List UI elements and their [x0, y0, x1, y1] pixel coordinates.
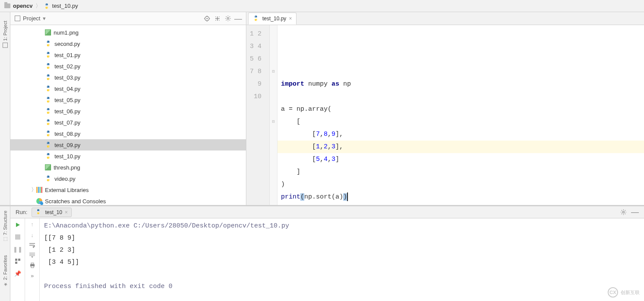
favorites-tool-tab[interactable]: ★ 2: Favorites — [2, 255, 8, 287]
run-console[interactable]: E:\Anaconda\python.exe C:/Users/28050/De… — [40, 218, 644, 301]
tree-item[interactable]: test_09.py — [10, 139, 246, 150]
line-gutter: 1 2 3 4 5 6 7 8 9 10 — [246, 25, 270, 205]
run-config-tab[interactable]: test_10 × — [32, 208, 71, 217]
tree-item[interactable]: test_10.py — [10, 150, 246, 162]
pin-icon[interactable]: 📌 — [14, 269, 22, 277]
tree-item[interactable]: test_03.py — [10, 72, 246, 83]
image-file-icon — [45, 164, 51, 170]
tree-item-label: video.py — [54, 176, 75, 182]
python-file-icon — [45, 51, 52, 58]
rerun-icon[interactable] — [14, 221, 22, 229]
print-icon[interactable] — [29, 263, 35, 268]
python-file-icon — [253, 15, 260, 22]
tree-item-label: test_07.py — [54, 119, 80, 126]
tree-item[interactable]: thresh.png — [10, 162, 246, 173]
breadcrumb-folder[interactable]: opencv — [13, 3, 33, 9]
editor-pane: test_10.py × 1 2 3 4 5 6 7 8 9 10 ⊟⊟ imp… — [246, 12, 644, 205]
svg-point-14 — [48, 90, 49, 91]
python-file-icon — [45, 141, 52, 148]
tree-item-label: test_01.py — [54, 52, 80, 58]
project-tool-tab[interactable]: 1: Project — [3, 21, 8, 48]
tree-item[interactable]: test_01.py — [10, 49, 246, 61]
run-label: Run: — [16, 209, 27, 215]
tree-item[interactable]: video.py — [10, 173, 246, 184]
tree-item-label: test_10.py — [54, 153, 80, 160]
python-file-icon — [45, 130, 52, 137]
svg-point-17 — [47, 109, 48, 109]
external-libraries[interactable]: 〉External Libraries — [10, 184, 246, 195]
fold-gutter: ⊟⊟ — [270, 25, 277, 205]
svg-point-24 — [48, 147, 49, 147]
tree-item[interactable]: test_04.py — [10, 83, 246, 94]
image-file-icon — [45, 29, 51, 35]
tree-item[interactable]: num1.png — [10, 27, 246, 38]
console-output-line: [1 2 3] — [44, 247, 75, 254]
svg-point-21 — [47, 131, 48, 131]
tree-item[interactable]: test_08.py — [10, 128, 246, 139]
left-tool-rail-bottom: ⬚ 7: Structure ★ 2: Favorites — [0, 206, 10, 301]
tree-item[interactable]: second.py — [10, 38, 246, 49]
svg-point-30 — [256, 20, 257, 20]
python-file-icon — [45, 40, 52, 47]
tree-item-label: External Libraries — [45, 187, 89, 193]
dropdown-icon[interactable]: ▾ — [43, 15, 46, 22]
python-file-icon — [45, 175, 52, 182]
project-pane-header: Project ▾ — — [10, 12, 246, 25]
close-run-tab-icon[interactable]: × — [65, 209, 68, 215]
up-icon[interactable]: ↑ — [31, 221, 34, 227]
editor-tabs: test_10.py × — [246, 12, 644, 25]
hide-icon[interactable]: — — [631, 208, 639, 217]
svg-point-8 — [48, 57, 49, 57]
python-file-icon — [45, 85, 52, 92]
chevron-right-icon: 〉 — [31, 186, 35, 194]
svg-point-0 — [46, 3, 46, 4]
project-tree[interactable]: num1.pngsecond.pytest_01.pytest_02.pytes… — [10, 25, 246, 205]
scratches-consoles[interactable]: Scratches and Consoles — [10, 195, 246, 205]
gear-icon[interactable] — [224, 15, 231, 22]
stop-icon[interactable] — [14, 233, 22, 241]
svg-point-1 — [47, 7, 47, 8]
hide-icon[interactable]: — — [235, 15, 242, 22]
svg-rect-33 — [15, 259, 17, 261]
scroll-end-icon[interactable] — [29, 253, 35, 258]
locate-icon[interactable] — [204, 15, 210, 22]
console-command: E:\Anaconda\python.exe C:/Users/28050/De… — [44, 222, 289, 230]
softwrap-icon[interactable] — [29, 243, 35, 248]
expand-icon[interactable] — [214, 15, 221, 22]
tree-item-label: second.py — [54, 41, 80, 47]
svg-rect-37 — [31, 263, 34, 264]
svg-point-7 — [47, 52, 48, 53]
editor-tab[interactable]: test_10.py × — [248, 13, 296, 25]
tree-item[interactable]: test_05.py — [10, 94, 246, 106]
project-pane: Project ▾ — num1.pngsecond.pytest_01.pyt… — [10, 12, 246, 205]
structure-tool-tab[interactable]: ⬚ 7: Structure — [2, 211, 8, 242]
tree-item-label: num1.png — [54, 29, 79, 36]
watermark: CX 创新互联 — [608, 287, 640, 298]
layout-icon[interactable] — [14, 257, 22, 265]
code-area[interactable]: import numpy as np a = np.array( [ [7,8,… — [277, 25, 644, 205]
tree-item[interactable]: test_07.py — [10, 117, 246, 128]
tree-item[interactable]: test_06.py — [10, 106, 246, 117]
python-file-icon — [45, 63, 52, 70]
more-icon[interactable]: » — [31, 272, 34, 279]
svg-point-25 — [47, 154, 48, 154]
python-file-icon — [45, 153, 52, 160]
svg-point-12 — [48, 79, 49, 80]
tree-item[interactable]: test_02.py — [10, 61, 246, 72]
pause-icon[interactable]: ❚❚ — [14, 245, 22, 253]
svg-point-5 — [47, 41, 48, 42]
svg-point-10 — [48, 68, 49, 68]
breadcrumb-file[interactable]: test_10.py — [52, 3, 78, 9]
svg-point-26 — [48, 158, 49, 158]
svg-point-31 — [622, 211, 624, 213]
python-file-icon — [44, 3, 50, 9]
down-icon[interactable]: ↓ — [31, 232, 34, 238]
svg-point-29 — [255, 16, 255, 16]
gear-icon[interactable] — [620, 209, 627, 215]
tree-item-label: test_04.py — [54, 86, 80, 92]
close-tab-icon[interactable]: × — [289, 16, 292, 22]
run-toolbar-2: ↑ ↓ » — [25, 218, 40, 301]
editor-body[interactable]: 1 2 3 4 5 6 7 8 9 10 ⊟⊟ import numpy as … — [246, 25, 644, 205]
tree-item-label: test_09.py — [54, 142, 80, 148]
svg-point-6 — [48, 45, 49, 46]
